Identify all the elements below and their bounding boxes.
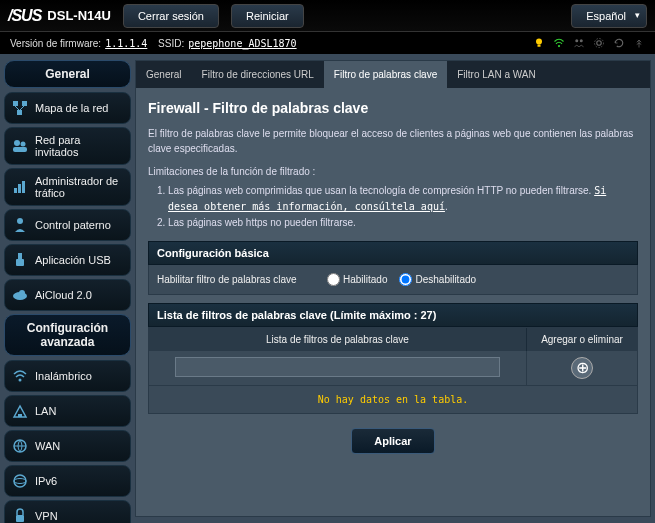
lan-icon [11,402,29,420]
svg-point-21 [19,379,22,382]
sidebar-item-administrador-de-tráfico[interactable]: Administrador de tráfico [4,168,131,206]
sidebar-item-label: Inalámbrico [35,370,92,382]
limitation-item: Las páginas web comprimidas que usan la … [168,183,638,215]
tab-filtro-de-palabras-clave[interactable]: Filtro de palabras clave [324,61,447,88]
fw-label: Versión de firmware: [10,38,101,49]
svg-rect-9 [17,110,22,115]
svg-point-5 [597,41,602,46]
fw-version-link[interactable]: 1.1.1.4 [105,38,147,49]
svg-point-25 [14,479,26,484]
svg-rect-7 [13,101,18,106]
sidebar: General Mapa de la redRed para invitados… [0,54,135,523]
vpn-icon [11,507,29,523]
svg-rect-1 [538,45,541,47]
logo: /SUS DSL-N14U [8,7,111,25]
sidebar-item-label: Control paterno [35,219,111,231]
page-title: Firewall - Filtro de palabras clave [148,100,638,116]
top-bar: /SUS DSL-N14U Cerrar sesión Reiniciar Es… [0,0,655,32]
ssid-link[interactable]: pepephone_ADSL1870 [188,38,296,49]
svg-point-6 [595,39,604,48]
col-keywords: Lista de filtros de palabras clave [149,328,527,351]
svg-point-11 [21,142,26,147]
limitations-label: Limitaciones de la función de filtrado : [148,166,638,177]
traffic-icon [11,178,29,196]
sidebar-item-label: AiCloud 2.0 [35,289,92,301]
apply-button[interactable]: Aplicar [351,428,434,454]
gear-icon[interactable] [593,37,605,49]
svg-rect-15 [22,181,25,193]
empty-message: No hay datos en la tabla. [149,385,637,413]
svg-point-24 [14,475,26,487]
network-map-icon [11,99,29,117]
col-action: Agregar o eliminar [527,328,637,351]
bulb-icon[interactable] [533,37,545,49]
keyword-table: Lista de filtros de palabras clave Agreg… [148,327,638,414]
guest-icon [11,137,29,155]
sidebar-item-mapa-de-la-red[interactable]: Mapa de la red [4,92,131,124]
sidebar-item-ipv6[interactable]: IPv6 [4,465,131,497]
disabled-radio[interactable]: Deshabilitado [399,273,476,286]
sidebar-item-red-para-invitados[interactable]: Red para invitados [4,127,131,165]
svg-point-4 [580,39,583,42]
svg-rect-12 [13,147,27,152]
wifi-status-icon[interactable] [553,37,565,49]
svg-rect-8 [22,101,27,106]
sidebar-item-inalámbrico[interactable]: Inalámbrico [4,360,131,392]
svg-rect-17 [18,253,22,259]
svg-point-0 [536,39,542,45]
wifi-icon [11,367,29,385]
keyword-input[interactable] [175,357,500,377]
svg-point-3 [575,39,578,42]
parental-icon [11,216,29,234]
users-icon[interactable] [573,37,585,49]
svg-point-2 [558,45,560,47]
content: GeneralFiltro de direcciones URLFiltro d… [135,54,655,523]
sidebar-item-vpn[interactable]: VPN [4,500,131,523]
config-section-head: Configuración básica [148,241,638,265]
status-icons [533,37,645,49]
usb-status-icon[interactable] [633,37,645,49]
wan-icon [11,437,29,455]
list-section-head: Lista de filtros de palabras clave (Lími… [148,303,638,327]
svg-point-10 [14,140,20,146]
sidebar-item-label: Aplicación USB [35,254,111,266]
sidebar-item-aplicación-usb[interactable]: Aplicación USB [4,244,131,276]
svg-rect-18 [16,259,24,266]
tab-filtro-lan-a-wan[interactable]: Filtro LAN a WAN [447,61,546,88]
sidebar-item-lan[interactable]: LAN [4,395,131,427]
model-text: DSL-N14U [47,8,111,23]
tabs: GeneralFiltro de direcciones URLFiltro d… [136,61,650,88]
ssid-label: SSID: [158,38,184,49]
svg-point-20 [19,290,25,296]
enabled-radio[interactable]: Habilitado [327,273,387,286]
svg-rect-26 [16,515,24,522]
svg-point-16 [17,218,23,224]
info-bar: Versión de firmware: 1.1.1.4 SSID: pepep… [0,32,655,54]
ipv6-icon [11,472,29,490]
language-select[interactable]: Español [571,4,647,28]
add-button[interactable]: ⊕ [571,357,593,379]
sidebar-item-aicloud-2.0[interactable]: AiCloud 2.0 [4,279,131,311]
sidebar-item-wan[interactable]: WAN [4,430,131,462]
sidebar-item-label: LAN [35,405,56,417]
sidebar-header-advanced: Configuración avanzada [4,314,131,356]
tab-filtro-de-direcciones-url[interactable]: Filtro de direcciones URL [192,61,324,88]
logout-button[interactable]: Cerrar sesión [123,4,219,28]
svg-rect-22 [18,414,22,417]
sidebar-header-general: General [4,60,131,88]
sidebar-item-label: WAN [35,440,60,452]
limitations-list: Las páginas web comprimidas que usan la … [148,183,638,231]
enable-row: Habilitar filtro de palabras clave Habil… [148,265,638,295]
svg-rect-13 [14,188,17,193]
svg-rect-14 [18,184,21,193]
refresh-icon[interactable] [613,37,625,49]
sidebar-item-label: Mapa de la red [35,102,108,114]
sidebar-item-label: IPv6 [35,475,57,487]
sidebar-item-control-paterno[interactable]: Control paterno [4,209,131,241]
enable-label: Habilitar filtro de palabras clave [157,274,327,285]
tab-general[interactable]: General [136,61,192,88]
sidebar-item-label: Red para invitados [35,134,124,158]
usb-icon [11,251,29,269]
reboot-button[interactable]: Reiniciar [231,4,304,28]
limitation-item: Las páginas web https no pueden filtrars… [168,215,638,231]
